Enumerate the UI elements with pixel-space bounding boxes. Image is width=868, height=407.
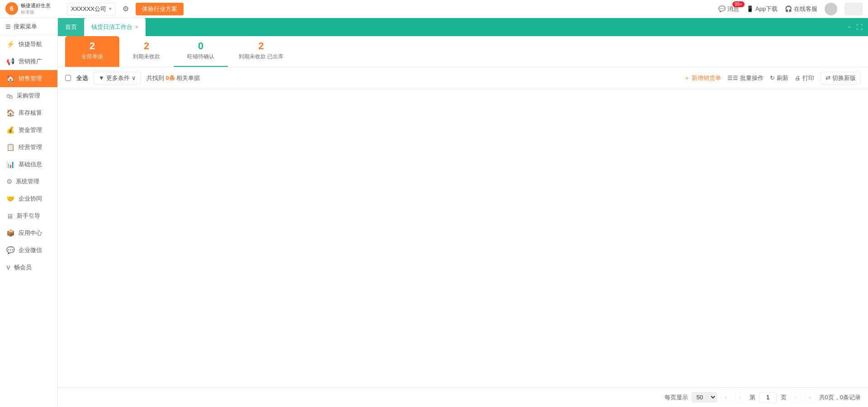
summary-card-all[interactable]: 2 全部单据 — [65, 36, 119, 67]
summary-card-wangpu[interactable]: 0 旺铺待确认 — [174, 36, 228, 67]
avatar[interactable] — [825, 3, 837, 15]
vip-icon: V — [6, 264, 10, 271]
sidebar-item-app-center[interactable]: 📦 应用中心 — [0, 225, 57, 242]
sidebar-item-marketing[interactable]: 📢 营销推广 — [0, 53, 57, 70]
settings-button[interactable]: ⚙ — [119, 3, 132, 15]
tab-label: 钱货日清工作台 — [91, 23, 132, 31]
system-icon: ⚙ — [6, 178, 12, 186]
wangpu-count: 0 — [184, 40, 217, 53]
next-page-button[interactable]: › — [790, 392, 801, 403]
sidebar-item-newbie[interactable]: 🖥 新手引导 — [0, 207, 57, 225]
filter-label: 更多条件 — [106, 74, 130, 82]
chevron-down-icon: ∨ — [132, 75, 136, 81]
sidebar-item-label: 企业微信 — [19, 246, 42, 254]
top-header: 6 畅捷通好生意 标准版 XXXXXX公司 ▾ ⚙ 体验行业方案 💬 消息 99… — [0, 0, 868, 18]
refresh-icon: ↻ — [770, 75, 775, 81]
page-text-before: 第 — [750, 393, 755, 402]
message-button[interactable]: 💬 消息 99+ — [718, 5, 739, 13]
sidebar-item-label: 销售管理 — [19, 75, 42, 83]
page-total: 共0页，0条记录 — [819, 393, 861, 402]
sidebar-item-enterprise-coop[interactable]: 🤝 企业协同 — [0, 190, 57, 207]
trial-button[interactable]: 体验行业方案 — [136, 3, 184, 15]
tab-close-button[interactable]: × — [135, 24, 138, 30]
toolbar-right: ＋ 新增销货单 ☰☰ 批量操作 ↻ 刷新 🖨 打印 — [684, 72, 861, 84]
enterprise-coop-icon: 🤝 — [6, 195, 15, 203]
summary-card-overdue-shipped[interactable]: 2 到期未收款 已出库 — [228, 36, 294, 67]
sidebar-item-basic-info[interactable]: 📊 基础信息 — [0, 156, 57, 173]
overdue-count: 2 — [130, 40, 163, 53]
found-label: 共找到 — [146, 75, 164, 81]
logo-icon: 6 — [5, 2, 18, 15]
last-page-button[interactable]: » — [805, 392, 816, 403]
company-name: XXXXXX公司 — [71, 5, 106, 13]
pagination-bar: 每页显示 50 100 200 « ‹ 第 页 › » 共0页，0条记录 — [58, 387, 868, 407]
sidebar-item-sales[interactable]: 🏠 销售管理 — [0, 70, 57, 87]
all-count: 2 — [76, 40, 108, 53]
sidebar-item-inventory[interactable]: 🏠 库存核算 — [0, 104, 57, 122]
sidebar: ☰ 搜索菜单 ⚡ 快捷导航 📢 营销推广 🏠 销售管理 🛍 采购管理 🏠 库存核… — [0, 18, 58, 407]
found-text: 共找到 0条 相关单据 — [146, 74, 200, 82]
print-button[interactable]: 🖨 打印 — [795, 74, 814, 82]
add-order-button[interactable]: ＋ 新增销货单 — [684, 74, 721, 82]
sidebar-item-enterprise-wechat[interactable]: 💬 企业微信 — [0, 242, 57, 259]
username-area — [844, 3, 863, 15]
app-download-button[interactable]: 📱 App下载 — [746, 5, 778, 13]
refresh-button[interactable]: ↻ 刷新 — [770, 74, 788, 82]
batch-operation-button[interactable]: ☰☰ 批量操作 — [727, 74, 764, 82]
tab-maximize-button[interactable]: ⛶ — [856, 23, 863, 31]
sidebar-item-label: 库存核算 — [19, 109, 42, 117]
main-layout: ☰ 搜索菜单 ⚡ 快捷导航 📢 营销推广 🏠 销售管理 🛍 采购管理 🏠 库存核… — [0, 18, 868, 407]
app-title: 畅捷通好生意 — [21, 2, 51, 9]
prev-page-button[interactable]: ‹ — [735, 392, 746, 403]
sidebar-item-operation[interactable]: 📋 经营管理 — [0, 139, 57, 156]
message-badge: 99+ — [732, 1, 745, 7]
basic-info-icon: 📊 — [6, 160, 15, 168]
sidebar-search[interactable]: ☰ 搜索菜单 — [0, 18, 57, 36]
all-label: 全部单据 — [76, 53, 108, 61]
sidebar-item-vip[interactable]: V 畅会员 — [0, 259, 57, 276]
overdue-shipped-count: 2 — [239, 40, 283, 53]
purchase-icon: 🛍 — [6, 92, 13, 100]
tab-home[interactable]: 首页 — [58, 18, 84, 36]
found-count: 0条 — [166, 75, 175, 81]
page-size-select[interactable]: 50 100 200 — [692, 392, 717, 402]
print-icon: 🖨 — [795, 75, 801, 81]
sidebar-item-label: 基础信息 — [19, 160, 42, 168]
switch-version-button[interactable]: ⇄ 切换新版 — [821, 72, 861, 84]
sidebar-item-label: 系统管理 — [16, 178, 39, 186]
summary-cards-container: 2 全部单据 2 到期未收款 0 旺铺待确认 2 到期未收款 已出库 — [58, 36, 868, 67]
service-label: 在线客服 — [794, 5, 817, 13]
app-subtitle: 标准版 — [21, 9, 51, 15]
sidebar-item-purchase[interactable]: 🛍 采购管理 — [0, 87, 57, 104]
finance-icon: 💰 — [6, 126, 15, 134]
company-selector[interactable]: XXXXXX公司 ▾ — [67, 3, 116, 15]
sidebar-item-label: 资金管理 — [19, 126, 42, 134]
refresh-label: 刷新 — [777, 74, 788, 82]
summary-card-overdue[interactable]: 2 到期未收款 — [119, 36, 174, 67]
newbie-icon: 🖥 — [6, 212, 13, 220]
enterprise-wechat-icon: 💬 — [6, 246, 15, 254]
select-all-checkbox[interactable] — [65, 75, 71, 81]
wangpu-label: 旺铺待确认 — [184, 53, 217, 61]
toolbar: 全选 ▼ 更多条件 ∨ 共找到 0条 相关单据 ＋ 新增销货单 — [58, 67, 868, 89]
tab-active[interactable]: 钱货日清工作台 × — [84, 18, 146, 36]
first-page-button[interactable]: « — [721, 392, 731, 403]
sidebar-item-finance[interactable]: 💰 资金管理 — [0, 122, 57, 139]
page-size-label: 每页显示 — [665, 393, 688, 402]
chevron-down-icon: ▾ — [109, 6, 112, 12]
filter-icon: ▼ — [99, 75, 104, 81]
content-area: 首页 钱货日清工作台 × － ⛶ 2 全部单据 2 — [58, 18, 868, 407]
filter-button[interactable]: ▼ 更多条件 ∨ — [94, 72, 141, 84]
page-input[interactable] — [759, 392, 777, 403]
page-text-after: 页 — [781, 393, 787, 402]
table-area — [58, 89, 868, 387]
marketing-icon: 📢 — [6, 57, 15, 65]
inventory-icon: 🏠 — [6, 109, 15, 117]
sidebar-item-system[interactable]: ⚙ 系统管理 — [0, 173, 57, 190]
sidebar-item-quick-nav[interactable]: ⚡ 快捷导航 — [0, 36, 57, 53]
sidebar-item-label: 经营管理 — [19, 143, 42, 151]
batch-icon: ☰☰ — [727, 75, 738, 81]
found-suffix: 相关单据 — [176, 75, 200, 81]
online-service-button[interactable]: 🎧 在线客服 — [785, 5, 817, 13]
tab-minimize-button[interactable]: － — [846, 23, 853, 31]
